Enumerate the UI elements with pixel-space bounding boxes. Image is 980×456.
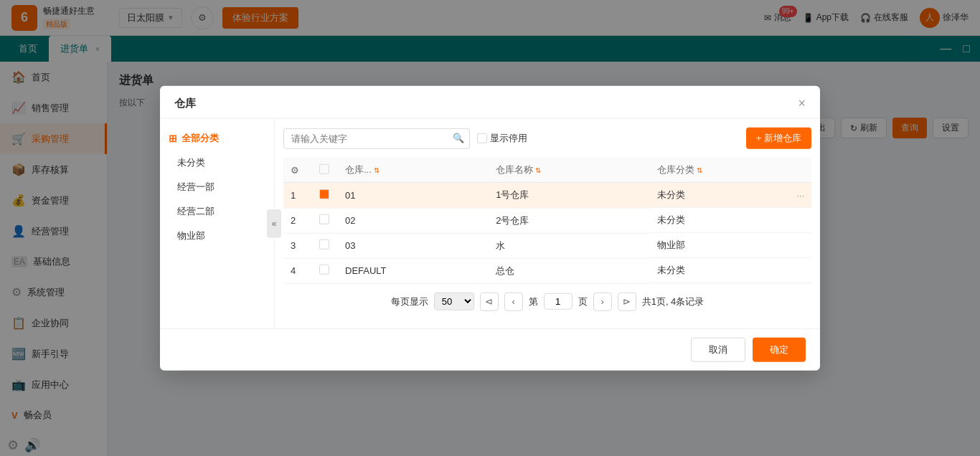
all-categories-label: 全部分类 [182, 132, 219, 145]
search-input[interactable] [283, 128, 470, 148]
all-categories-icon: ⊞ [169, 133, 177, 144]
row-checkbox[interactable] [312, 258, 338, 283]
category-panel: ⊞ 全部分类 未分类 经营一部 经营二部 物业部 « [160, 119, 275, 328]
row-category: 未分类 [650, 208, 811, 233]
next-page-btn[interactable]: › [593, 292, 612, 310]
category-property[interactable]: 物业部 [160, 224, 274, 248]
show-disabled-checkbox[interactable] [477, 133, 487, 143]
row-code: 01 [338, 182, 489, 208]
next-page-icon: › [600, 296, 603, 307]
category-ops2-label: 经营二部 [177, 206, 215, 217]
search-input-wrap: 🔍 [283, 128, 470, 148]
th-settings: ⚙ [283, 158, 312, 183]
show-disabled-text: 显示停用 [490, 132, 527, 145]
th-code: 仓库... ⇅ [338, 158, 489, 183]
th-category-sort[interactable]: 仓库分类 ⇅ [657, 163, 804, 176]
category-unclassified-label: 未分类 [177, 157, 205, 168]
page-unit: 页 [578, 295, 588, 308]
row-code: DEFAULT [338, 258, 489, 283]
row-num: 2 [283, 208, 312, 233]
sort-name-icon: ⇅ [535, 166, 541, 174]
per-page-label: 每页显示 [391, 295, 428, 308]
modal-header: 仓库 × [160, 86, 820, 119]
pagination: 每页显示 50 10 20 100 ⊲ ‹ 第 页 › [283, 283, 811, 319]
add-warehouse-button[interactable]: + 新增仓库 [746, 128, 811, 149]
table-row[interactable]: 2 02 2号仓库 未分类 [283, 208, 811, 233]
first-page-icon: ⊲ [485, 296, 493, 307]
row-name: 1号仓库 [489, 182, 650, 208]
table-panel: 🔍 显示停用 + 新增仓库 ⚙ [275, 119, 820, 328]
category-ops2[interactable]: 经营二部 [160, 199, 274, 224]
warehouse-table: ⚙ 仓库... ⇅ 仓库名称 [283, 158, 811, 284]
table-row[interactable]: 4 DEFAULT 总仓 未分类 [283, 258, 811, 283]
total-label: 共1页, 4条记录 [642, 295, 705, 308]
search-icon[interactable]: 🔍 [453, 133, 464, 143]
show-disabled-label[interactable]: 显示停用 [477, 132, 527, 145]
all-categories-item[interactable]: ⊞ 全部分类 [160, 126, 274, 151]
row-num: 1 [283, 182, 312, 208]
warehouse-modal: 仓库 × ⊞ 全部分类 未分类 经营一部 经营二部 物业部 « [160, 86, 820, 371]
row-code: 03 [338, 233, 489, 258]
page-label: 第 [529, 295, 538, 308]
row-num: 3 [283, 233, 312, 258]
prev-page-btn[interactable]: ‹ [504, 292, 523, 310]
row-name: 水 [489, 233, 650, 258]
last-page-icon: ⊳ [623, 296, 631, 307]
row-checkbox[interactable] [312, 208, 338, 233]
cancel-button[interactable]: 取消 [691, 337, 745, 361]
row-checkbox[interactable] [312, 233, 338, 258]
table-settings-icon[interactable]: ⚙ [291, 164, 299, 175]
th-checkbox [312, 158, 338, 183]
select-all-checkbox[interactable] [319, 163, 329, 174]
confirm-button[interactable]: 确定 [753, 337, 806, 361]
category-unclassified[interactable]: 未分类 [160, 151, 274, 175]
table-row[interactable]: 3 03 水 物业部 [283, 233, 811, 258]
th-code-sort[interactable]: 仓库... ⇅ [345, 163, 481, 176]
last-page-btn[interactable]: ⊳ [618, 292, 636, 310]
page-input[interactable] [544, 293, 573, 310]
table-row[interactable]: 1 01 1号仓库 未分类··· [283, 182, 811, 208]
th-name-sort[interactable]: 仓库名称 ⇅ [496, 163, 643, 176]
sort-category-icon: ⇅ [697, 166, 702, 174]
modal-title: 仓库 [174, 97, 196, 110]
row-category: 物业部 [650, 233, 811, 258]
row-num: 4 [283, 258, 312, 283]
table-toolbar: 🔍 显示停用 + 新增仓库 [283, 128, 811, 149]
category-ops1[interactable]: 经营一部 [160, 175, 274, 199]
row-checkbox[interactable] [312, 182, 338, 208]
th-code-label: 仓库... [345, 163, 372, 176]
th-name: 仓库名称 ⇅ [489, 158, 650, 183]
th-category-label: 仓库分类 [657, 163, 694, 176]
row-actions-icon[interactable]: ··· [796, 189, 804, 200]
first-page-btn[interactable]: ⊲ [480, 292, 499, 310]
prev-page-icon: ‹ [512, 296, 514, 307]
row-name: 2号仓库 [489, 208, 650, 233]
th-name-label: 仓库名称 [496, 163, 533, 176]
th-category: 仓库分类 ⇅ [650, 158, 811, 183]
sort-code-icon: ⇅ [374, 166, 380, 174]
modal-footer: 取消 确定 [160, 328, 820, 370]
collapse-icon: « [272, 219, 277, 229]
category-ops1-label: 经营一部 [177, 181, 215, 192]
modal-close-button[interactable]: × [798, 96, 806, 111]
modal-body: ⊞ 全部分类 未分类 经营一部 经营二部 物业部 « [160, 119, 820, 328]
per-page-select[interactable]: 50 10 20 100 [434, 293, 474, 310]
row-code: 02 [338, 208, 489, 233]
row-category: 未分类 [650, 258, 811, 283]
row-name: 总仓 [489, 258, 650, 283]
category-property-label: 物业部 [177, 230, 205, 241]
collapse-button[interactable]: « [267, 209, 281, 238]
row-category: 未分类··· [650, 183, 811, 208]
